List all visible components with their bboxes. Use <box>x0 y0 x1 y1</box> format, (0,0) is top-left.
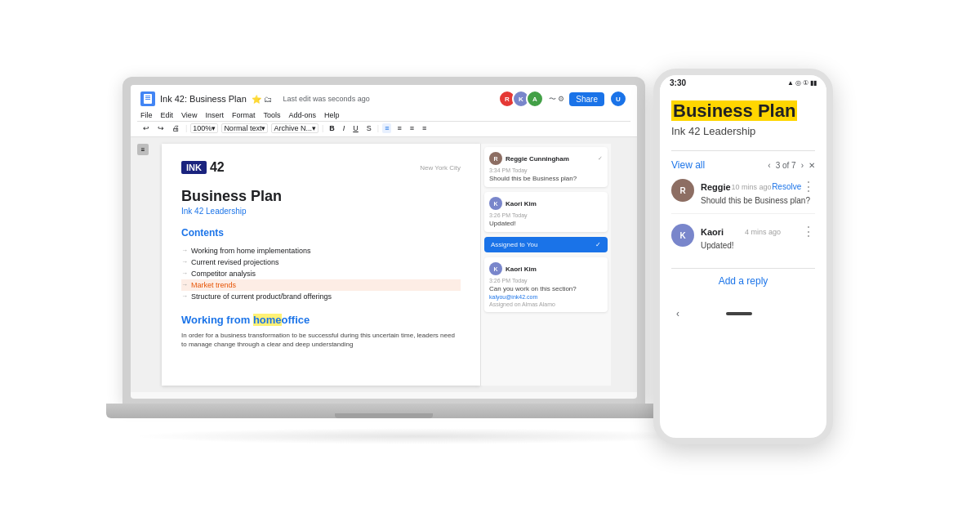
phone-status-icons: ▲ ◎ ① ▮▮ <box>787 79 817 87</box>
print-btn[interactable]: 🖨 <box>170 123 182 133</box>
home-highlight: home <box>253 314 282 326</box>
share-button[interactable]: Share <box>569 92 604 106</box>
laptop-screen: Ink 42: Business Plan ⭐ 🗂 Last edit was … <box>122 77 645 404</box>
comment-timestamp-2: 3:26 PM Today <box>489 212 603 218</box>
comment-timestamp-1: 3:34 PM Today <box>489 167 528 173</box>
menu-tools[interactable]: Tools <box>263 111 280 119</box>
align-right-btn[interactable]: ≡ <box>408 123 416 133</box>
zoom-select[interactable]: 100%▾ <box>190 123 218 133</box>
style-select[interactable]: Normal text▾ <box>221 123 268 133</box>
phone-time: 3:30 <box>670 78 686 87</box>
phone-comment-text-2: Updated! <box>701 241 815 250</box>
phone-avatar-1: R <box>671 179 694 202</box>
phone-comment-time-2: 4 mins ago <box>745 228 781 236</box>
next-comment-btn[interactable]: › <box>801 161 804 170</box>
comments-panel: R Reggie Cunningham ✓ 3:34 PM Today Shou… <box>480 144 611 386</box>
laptop-base <box>106 404 662 418</box>
menu-file[interactable]: File <box>140 111 153 119</box>
resolve-btn[interactable]: Resolve <box>772 182 801 191</box>
undo-btn[interactable]: ↩ <box>140 123 152 133</box>
pagination-text: 3 of 7 <box>776 161 796 170</box>
comment-timestamp-3: 3:26 PM Today <box>489 278 603 283</box>
italic-btn[interactable]: I <box>341 123 348 133</box>
comment-link: kalyou@ink42.com <box>489 294 603 300</box>
phone-home-indicator[interactable] <box>726 312 752 315</box>
comment-header-2: K Kaori Kim <box>489 197 603 210</box>
laptop: Ink 42: Business Plan ⭐ 🗂 Last edit was … <box>122 77 662 436</box>
phone-comment-body-1: Reggie 10 mins ago Resolve ⋮ Should this… <box>701 179 815 205</box>
phone-comment-user-2: Kaori <box>701 227 724 237</box>
list-item-5: Structure of current product/brand offer… <box>181 291 461 302</box>
phone-comment-header-1: Reggie 10 mins ago Resolve ⋮ <box>701 179 815 194</box>
document-subtitle: Ink 42 Leadership <box>181 207 461 216</box>
phone-comment-header-2: Kaori 4 mins ago ⋮ <box>701 224 815 239</box>
avatar-3: A <box>526 90 544 108</box>
list-item-4: Market trends <box>181 279 461 291</box>
docs-icon-inner <box>144 94 152 104</box>
phone-comment-time-1: 10 mins ago <box>731 183 771 191</box>
phone-back-btn[interactable]: ‹ <box>676 308 679 319</box>
menu-addons[interactable]: Add-ons <box>288 111 316 119</box>
comment-item-3: K Kaori Kim 3:26 PM Today Can you work o… <box>484 257 608 312</box>
comment-user-2: Kaori Kim <box>506 200 537 207</box>
menu-view[interactable]: View <box>181 111 197 119</box>
assigned-banner: Assigned to You ✓ <box>484 237 608 252</box>
phone-bottom-nav: ‹ <box>660 303 826 324</box>
redo-btn[interactable]: ↪ <box>155 123 167 133</box>
comment-text-3: Can you work on this section? <box>489 285 603 292</box>
user-avatar: U <box>609 90 627 108</box>
comment-header-3: K Kaori Kim <box>489 262 603 275</box>
phone-view-all-row: View all ‹ 3 of 7 › ✕ <box>671 159 815 171</box>
docs-toolbar: Ink 42: Business Plan ⭐ 🗂 Last edit was … <box>131 85 637 137</box>
doc-sidebar: ≡ <box>131 137 155 392</box>
list-item-2: Current revised projections <box>181 256 461 268</box>
doc-header: INK 42 New York City <box>181 160 461 175</box>
list-item-3: Competitor analysis <box>181 268 461 279</box>
add-reply-btn[interactable]: Add a reply <box>671 268 815 293</box>
title-icons: ⭐ 🗂 <box>252 95 272 104</box>
view-all-link[interactable]: View all <box>671 159 705 171</box>
autosave-text: Last edit was seconds ago <box>283 95 370 103</box>
menu-format[interactable]: Format <box>232 111 256 119</box>
list-item-1: Working from home implementations <box>181 245 461 256</box>
doc-title-bar: Ink 42: Business Plan <box>160 94 247 104</box>
phone-status-bar: 3:30 ▲ ◎ ① ▮▮ <box>660 75 826 91</box>
menu-help[interactable]: Help <box>324 111 340 119</box>
align-center-btn[interactable]: ≡ <box>394 123 403 133</box>
more-options-1[interactable]: ⋮ <box>802 179 815 194</box>
prev-comment-btn[interactable]: ‹ <box>768 161 770 170</box>
align-justify-btn[interactable]: ≡ <box>420 123 429 133</box>
assigned-label: Assigned to You <box>491 241 537 248</box>
battery-icon: ① <box>803 79 808 87</box>
font-select[interactable]: Archive N...▾ <box>271 123 318 133</box>
phone-comment-text-1: Should this be Business plan? <box>701 196 815 205</box>
wifi-icon: ◎ <box>795 79 801 87</box>
comment-header-1: R Reggie Cunningham ✓ <box>489 152 603 165</box>
divider-1: | <box>185 124 187 132</box>
working-title: Working from homeoffice <box>181 314 461 326</box>
ink-number: 42 <box>210 160 225 175</box>
phone-comment-1: R Reggie 10 mins ago Resolve ⋮ Should th… <box>671 179 815 214</box>
menu-insert[interactable]: Insert <box>205 111 224 119</box>
assigned-check: ✓ <box>595 241 601 248</box>
comment-time-1: ✓ <box>598 155 603 162</box>
comment-user-3: Kaori Kim <box>506 265 537 273</box>
underline-btn[interactable]: U <box>350 123 361 133</box>
sidebar-icon: ≡ <box>137 144 149 155</box>
menu-edit[interactable]: Edit <box>161 111 174 119</box>
align-left-btn[interactable]: ≡ <box>382 123 391 133</box>
title-left: Ink 42: Business Plan ⭐ 🗂 Last edit was … <box>140 91 370 106</box>
doc-page-area: INK 42 New York City Business Plan Ink 4… <box>155 137 637 392</box>
phone-divider-1 <box>671 150 815 151</box>
bold-btn[interactable]: B <box>327 123 337 133</box>
phone-comment-body-2: Kaori 4 mins ago ⋮ Updated! <box>701 224 815 250</box>
phone-title-highlight: Business Plan <box>671 100 797 121</box>
more-options-2[interactable]: ⋮ <box>802 224 815 239</box>
menu-bar: File Edit View Insert Format Tools Add-o… <box>137 111 630 119</box>
phone: 3:30 ▲ ◎ ① ▮▮ Business Plan Ink 42 Leade… <box>653 69 833 444</box>
title-bar: Ink 42: Business Plan ⭐ 🗂 Last edit was … <box>137 88 630 109</box>
strikethrough-btn[interactable]: S <box>364 123 374 133</box>
comment-text-2: Updated! <box>489 220 603 227</box>
close-comment-btn[interactable]: ✕ <box>808 161 815 170</box>
divider-3: | <box>377 124 379 132</box>
